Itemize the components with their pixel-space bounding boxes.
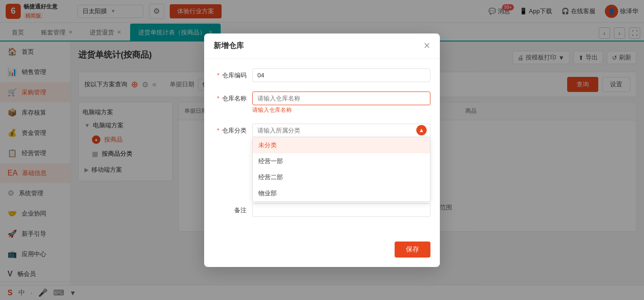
modal-footer: 保存: [204, 236, 440, 267]
category-arrow-icon[interactable]: ▲: [416, 125, 427, 135]
name-error-msg: 请输入仓库名称: [252, 106, 430, 114]
modal-title: 新增仓库: [214, 41, 244, 51]
form-row-note: 备注: [214, 203, 430, 217]
code-control: [252, 68, 430, 82]
req-star-category: *: [217, 127, 219, 134]
form-row-category: * 仓库分类 ▲ 未分类 经营一部 经营二部 物业部: [214, 124, 430, 137]
name-label: * 仓库名称: [214, 92, 247, 103]
modal-body: * 仓库编码 * 仓库名称 请输入仓库名称: [204, 59, 440, 236]
note-control: [252, 203, 430, 217]
note-label: 备注: [214, 203, 247, 215]
warehouse-code-input[interactable]: [252, 68, 430, 82]
warehouse-name-input[interactable]: [252, 92, 430, 105]
name-control: 请输入仓库名称: [252, 92, 430, 114]
category-input[interactable]: [252, 124, 430, 137]
req-star-name: *: [217, 95, 219, 102]
modal-close-button[interactable]: ✕: [423, 42, 430, 50]
category-option-property[interactable]: 物业部: [253, 185, 430, 201]
code-label: * 仓库编码: [214, 68, 247, 80]
category-label: * 仓库分类: [214, 124, 247, 135]
save-button[interactable]: 保存: [395, 242, 430, 258]
modal-header: 新增仓库 ✕: [204, 33, 440, 59]
modal-new-warehouse: 新增仓库 ✕ * 仓库编码 * 仓库名称: [204, 33, 440, 267]
category-option-dept1[interactable]: 经营一部: [253, 153, 430, 169]
category-option-dept2[interactable]: 经营二部: [253, 169, 430, 185]
note-input[interactable]: [252, 203, 430, 217]
category-dropdown-list: 未分类 经营一部 经营二部 物业部: [252, 137, 430, 202]
form-row-code: * 仓库编码: [214, 68, 430, 82]
category-option-uncategorized[interactable]: 未分类: [253, 137, 430, 153]
modal-overlay: 新增仓库 ✕ * 仓库编码 * 仓库名称: [0, 0, 644, 300]
req-star-code: *: [217, 72, 219, 79]
form-row-name: * 仓库名称 请输入仓库名称: [214, 92, 430, 114]
category-control: ▲ 未分类 经营一部 经营二部 物业部: [252, 124, 430, 137]
